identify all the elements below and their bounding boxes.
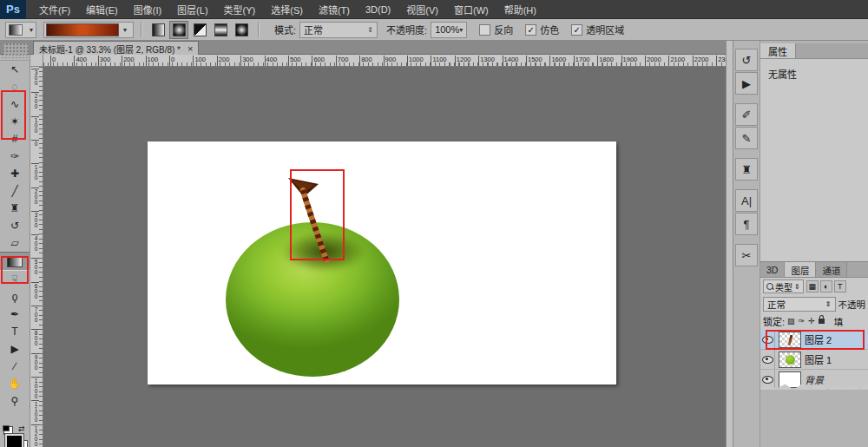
- tool-preset-picker[interactable]: ▾: [5, 22, 36, 38]
- tool-icon: ✋: [9, 378, 22, 389]
- filter-kind-icon[interactable]: T: [834, 280, 846, 293]
- menu-item[interactable]: 滤镜(T): [311, 0, 358, 19]
- layer-visibility-cell[interactable]: [760, 370, 775, 389]
- eraser-tool[interactable]: ▱: [0, 234, 30, 252]
- move-tool[interactable]: ↖: [0, 61, 30, 78]
- history-brush-tool[interactable]: ↺: [0, 217, 30, 234]
- ruler-label: 0: [169, 56, 174, 66]
- panel-grip[interactable]: [3, 43, 28, 55]
- eye-icon[interactable]: [762, 376, 773, 384]
- menu-item[interactable]: 帮助(H): [496, 0, 544, 19]
- reflected[interactable]: [211, 21, 230, 39]
- menu-item[interactable]: 编辑(E): [78, 0, 126, 19]
- line-tool[interactable]: ∕: [0, 358, 30, 375]
- radial[interactable]: [169, 21, 188, 39]
- actions-panel-icon[interactable]: ▶: [735, 72, 758, 95]
- ruler-label: 700: [31, 306, 39, 322]
- layer-thumbnail[interactable]: [779, 371, 801, 388]
- filter-kind-icon[interactable]: ◐: [820, 280, 832, 293]
- ruler-label: 0: [31, 140, 39, 146]
- gradient-preview-picker[interactable]: ▾: [43, 22, 134, 38]
- color-swatches: ⇄: [3, 426, 28, 447]
- layers-panel-tab[interactable]: 图层: [785, 262, 816, 277]
- ruler-label: 1000: [31, 377, 39, 398]
- menu-item[interactable]: 窗口(W): [446, 0, 496, 19]
- document-canvas[interactable]: [148, 141, 616, 385]
- checkbox-box[interactable]: [571, 24, 582, 36]
- lock-option-icon[interactable]: ✛: [808, 317, 815, 325]
- clone-stamp-tool[interactable]: ♜: [0, 200, 30, 217]
- zoom-tool[interactable]: ⚲: [0, 392, 30, 410]
- layer-name[interactable]: 背景: [805, 372, 824, 386]
- layers-panel-tab[interactable]: 通道: [816, 262, 847, 277]
- healing-brush-tool[interactable]: ✚: [0, 165, 30, 182]
- layer-name[interactable]: 图层 1: [805, 352, 832, 366]
- linear[interactable]: [148, 21, 168, 39]
- opacity-select[interactable]: 100% ▾: [431, 22, 467, 38]
- document-tab[interactable]: 未标题-1 @ 33.3% (图层 2, RGB/8) * ×: [33, 41, 199, 56]
- ruler-label: 1300: [478, 56, 495, 66]
- menu-item[interactable]: 文件(F): [31, 0, 78, 19]
- dodge-tool[interactable]: ϙ: [0, 288, 30, 306]
- vertical-scrollbar[interactable]: [726, 41, 733, 447]
- brush-presets-panel-icon[interactable]: ✎: [735, 127, 758, 149]
- menu-item[interactable]: 图像(I): [126, 0, 169, 19]
- history-panel-icon[interactable]: ↺: [735, 49, 758, 71]
- path-select-tool[interactable]: ▶: [0, 340, 30, 358]
- opacity-value: 100%: [435, 24, 459, 35]
- close-icon[interactable]: ×: [187, 43, 193, 54]
- layer-blend-mode-select[interactable]: 正常 ⇕: [763, 297, 836, 312]
- brush-tool[interactable]: ╱: [0, 182, 30, 200]
- ruler-label: 100: [31, 116, 39, 133]
- eye-icon[interactable]: [762, 356, 773, 364]
- pen-tool[interactable]: ✒: [0, 306, 30, 323]
- chevron-down-icon[interactable]: ▾: [119, 26, 131, 34]
- option-checkbox[interactable]: 反向: [479, 23, 513, 36]
- brush-panel-icon[interactable]: ✐: [735, 103, 758, 126]
- separator: [258, 22, 259, 37]
- tool-presets-panel-icon[interactable]: ✂: [735, 244, 758, 266]
- layer-row[interactable]: 背景: [760, 370, 868, 390]
- layer-filter-select[interactable]: 类型 ⇕: [763, 279, 804, 293]
- chevron-down-icon: ▾: [459, 26, 463, 34]
- tab-properties[interactable]: 属性: [760, 43, 796, 58]
- panel-grip[interactable]: [0, 55, 30, 61]
- layers-panel-tab[interactable]: 3D: [760, 262, 785, 277]
- clone-source-panel-icon[interactable]: ♜: [735, 158, 758, 181]
- diamond[interactable]: [232, 21, 251, 39]
- type-tool[interactable]: T: [0, 323, 30, 340]
- horizontal-ruler: 0400300200100010020030040050060070080090…: [43, 55, 726, 67]
- checkbox-label: 透明区域: [586, 23, 624, 36]
- option-checkbox[interactable]: 仿色: [525, 23, 559, 36]
- hand-tool[interactable]: ✋: [0, 375, 30, 392]
- menu-item[interactable]: 3D(D): [358, 0, 398, 19]
- ruler-label: 400: [31, 234, 39, 251]
- blend-mode-select[interactable]: 正常 ⇕: [299, 22, 378, 38]
- lock-option-icon[interactable]: ▨: [787, 317, 795, 325]
- ruler-label: 700: [336, 56, 349, 66]
- menu-item[interactable]: 选择(S): [263, 0, 311, 19]
- menu-item[interactable]: 图层(L): [169, 0, 215, 19]
- blend-mode-value: 正常: [767, 298, 786, 311]
- filter-kind-icon[interactable]: ▦: [806, 280, 819, 293]
- ruler-label: 100: [31, 163, 39, 180]
- layer-visibility-cell[interactable]: [760, 350, 775, 369]
- checkbox-box[interactable]: [479, 24, 490, 36]
- swap-colors-icon[interactable]: ⇄: [18, 424, 25, 433]
- lock-icon[interactable]: [819, 319, 825, 324]
- option-checkbox[interactable]: 透明区域: [571, 23, 624, 36]
- menu-item[interactable]: 视图(V): [398, 0, 446, 19]
- layer-row[interactable]: 图层 1: [760, 350, 868, 370]
- layer-thumbnail[interactable]: [779, 352, 801, 368]
- canvas-pasteboard[interactable]: [43, 67, 726, 447]
- menu-item[interactable]: 类型(Y): [216, 0, 264, 19]
- checkbox-box[interactable]: [525, 24, 536, 36]
- paragraph-panel-icon[interactable]: ¶: [735, 213, 758, 235]
- eyedropper-tool[interactable]: ✑: [0, 148, 30, 165]
- tool-icon: ♜: [10, 203, 20, 214]
- lock-option-icon[interactable]: ✑: [799, 317, 806, 325]
- foreground-color-swatch[interactable]: [5, 434, 23, 447]
- angle[interactable]: [190, 21, 209, 39]
- gradient-type-icon: [152, 23, 165, 36]
- character-panel-icon[interactable]: A|: [735, 189, 758, 212]
